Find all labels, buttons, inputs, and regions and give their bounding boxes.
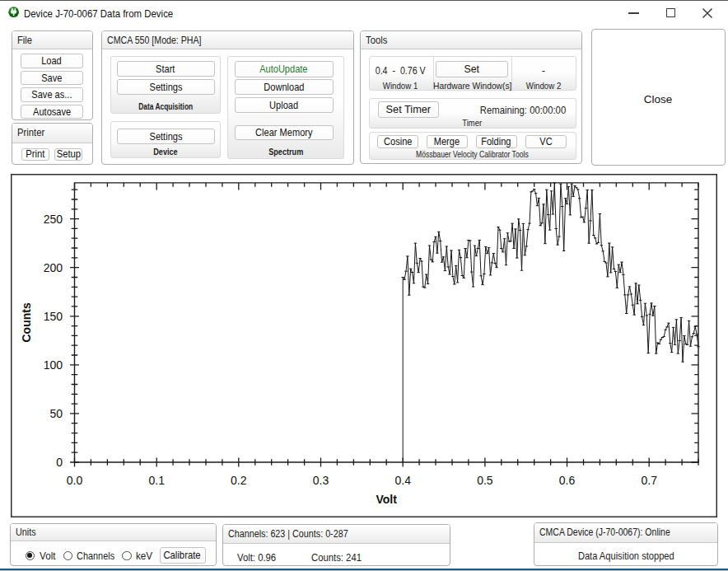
svg-text:0.5: 0.5 — [477, 474, 493, 487]
svg-text:0.2: 0.2 — [231, 474, 247, 487]
svg-text:0.0: 0.0 — [67, 474, 83, 487]
svg-text:100: 100 — [44, 358, 63, 372]
svg-text:0.1: 0.1 — [148, 474, 165, 487]
svg-text:0.7: 0.7 — [641, 474, 657, 487]
svg-text:250: 250 — [44, 213, 63, 226]
svg-text:Counts: Counts — [21, 302, 34, 342]
svg-text:200: 200 — [44, 261, 63, 274]
svg-text:50: 50 — [49, 407, 63, 420]
svg-text:0.4: 0.4 — [394, 474, 411, 487]
svg-text:Volt: Volt — [376, 493, 397, 506]
svg-text:150: 150 — [44, 310, 63, 323]
svg-text:0.3: 0.3 — [313, 474, 329, 487]
svg-text:0.6: 0.6 — [559, 474, 576, 487]
svg-text:0: 0 — [56, 456, 63, 469]
